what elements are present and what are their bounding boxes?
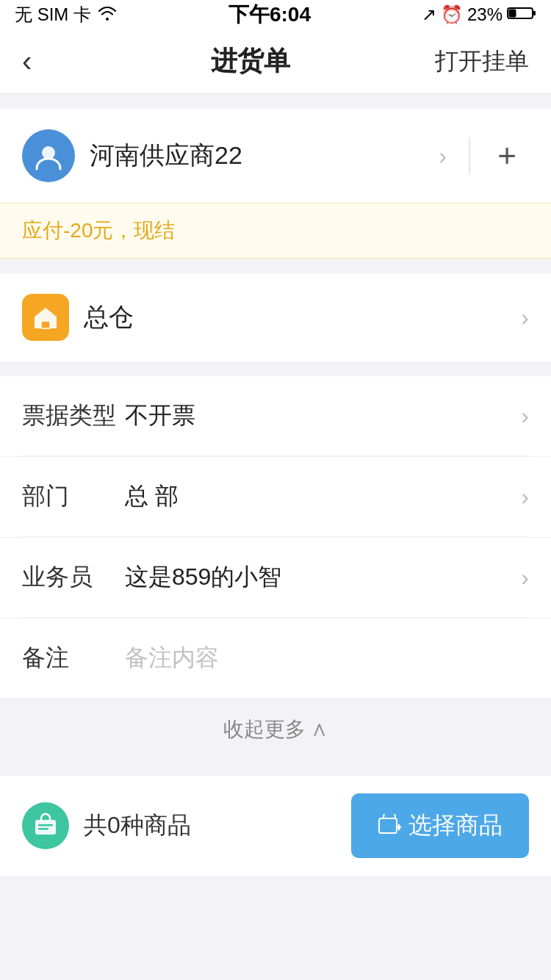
supplier-name: 河南供应商22 [90,139,439,173]
invoice-type-row[interactable]: 票据类型 不开票 › [0,376,551,455]
supplier-row[interactable]: 河南供应商22 › + [0,109,551,203]
supplier-divider [469,137,470,174]
salesman-chevron-icon: › [521,564,529,591]
invoice-type-value: 不开票 [125,400,521,432]
select-product-icon [378,814,401,837]
product-count-text: 共0种商品 [84,810,351,842]
supplier-chevron-icon: › [439,143,447,170]
department-chevron-icon: › [521,483,529,511]
svg-point-3 [42,146,55,159]
notice-banner: 应付-20元，现结 [0,203,551,259]
product-count-icon [22,802,69,849]
warehouse-name: 总仓 [84,300,521,334]
location-icon: ↗ [422,4,436,25]
warehouse-chevron-icon: › [521,304,529,331]
battery-text: 23% [467,4,503,25]
nav-bar: ‹ 进货单 打开挂单 [0,29,551,94]
remarks-label: 备注 [22,642,125,674]
department-row[interactable]: 部门 总 部 › [0,456,551,536]
salesman-label: 业务员 [22,561,125,594]
form-section: 票据类型 不开票 › 部门 总 部 › 业务员 这是859的小智 › 备注 备注… [0,376,551,698]
status-right: ↗ ⏰ 23% [422,4,536,25]
department-value: 总 部 [125,480,521,513]
select-product-button[interactable]: 选择商品 [351,793,529,858]
status-bar: 无 SIM 卡 下午6:04 ↗ ⏰ 23% [0,0,551,29]
collapse-toggle[interactable]: 收起更多 ∧ [0,698,551,761]
supplier-avatar [22,129,75,182]
notice-text: 应付-20元，现结 [22,219,175,242]
top-divider [0,94,551,109]
status-left: 无 SIM 卡 [15,3,118,26]
alarm-icon: ⏰ [441,4,463,25]
svg-rect-6 [35,820,56,835]
bottom-bar: 共0种商品 选择商品 [0,776,551,876]
open-pending-button[interactable]: 打开挂单 [435,46,529,78]
carrier-text: 无 SIM 卡 [15,3,91,26]
salesman-row[interactable]: 业务员 这是859的小智 › [0,537,551,617]
svg-rect-7 [38,824,53,826]
wifi-icon [97,4,118,25]
svg-rect-9 [379,818,397,833]
remarks-row[interactable]: 备注 备注内容 [0,618,551,698]
back-button[interactable]: ‹ [22,45,66,78]
invoice-type-chevron-icon: › [521,403,529,430]
salesman-value: 这是859的小智 [125,561,521,594]
svg-rect-2 [508,10,516,18]
svg-rect-4 [41,321,50,328]
svg-rect-1 [533,11,536,15]
department-label: 部门 [22,480,125,513]
supplier-add-button[interactable]: + [485,134,529,178]
battery-icon [507,4,536,25]
invoice-type-label: 票据类型 [22,400,125,432]
svg-rect-8 [38,828,48,830]
warehouse-icon [22,294,69,341]
collapse-label: 收起更多 ∧ [223,716,328,743]
warehouse-row[interactable]: 总仓 › [0,273,551,361]
status-time: 下午6:04 [228,1,311,29]
supplier-section: 河南供应商22 › + 应付-20元，现结 [0,109,551,259]
warehouse-section: 总仓 › [0,273,551,361]
page-title: 进货单 [211,43,290,79]
remarks-input[interactable]: 备注内容 [125,642,529,674]
select-product-label: 选择商品 [408,810,503,842]
